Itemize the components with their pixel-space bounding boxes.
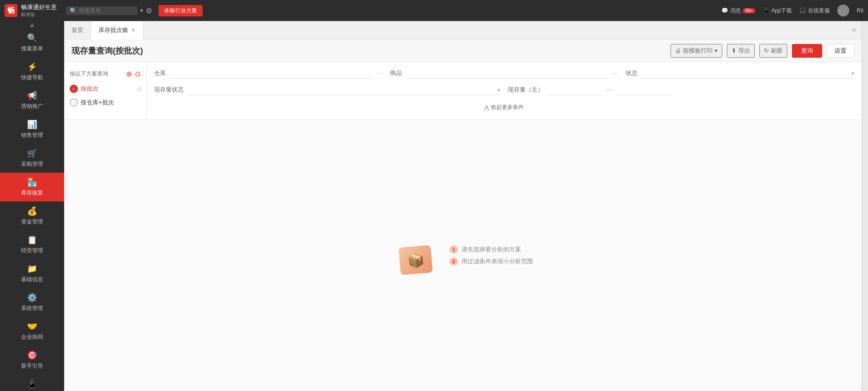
- stock-status-label: 现存量状态: [154, 86, 184, 94]
- sidebar-label-purchase: 采购管理: [21, 160, 43, 168]
- export-button[interactable]: ⬆ 导出: [727, 44, 755, 58]
- sidebar-item-quicknav[interactable]: ⚡ 快捷导航: [0, 57, 64, 86]
- page-content: 现存量查询(按批次) 🖨 按模板打印 ▾ ⬆ 导出 ↻ 刷新: [64, 39, 862, 391]
- sidebar-label-search: 搜索菜单: [21, 45, 43, 53]
- sidebar-item-apps[interactable]: 📱 应用中心: [0, 375, 64, 391]
- export-icon: ⬆: [731, 47, 736, 54]
- empty-hint-1: 1 请先选择要分析的方案: [450, 245, 533, 254]
- sidebar-item-basics[interactable]: 📁 基础信息: [0, 259, 64, 288]
- goods-input[interactable]: [406, 68, 609, 79]
- sidebar-label-inventory: 库存核算: [21, 189, 43, 197]
- query-button[interactable]: 查询: [792, 44, 822, 58]
- warehouse-input[interactable]: [170, 68, 373, 79]
- top-header: 畅 畅康通好生意 标准版 🔍 ▾ ⚙ 体验行业方案 💬 消息 99+ 📱 App…: [0, 0, 868, 21]
- filter-scheme-sidebar: 按以下方案查询 ⊕ ⊙ ✓ 按批次 ◁ ○ 按仓库+批次: [64, 62, 147, 119]
- apps-icon: 📱: [27, 379, 37, 389]
- sidebar-scroll-up[interactable]: ▲: [0, 21, 64, 28]
- add-scheme-icon[interactable]: ⊕: [126, 70, 132, 78]
- search-input[interactable]: [79, 7, 134, 14]
- scheme-cangku-label: 按仓库+批次: [81, 98, 114, 107]
- sidebar-label-finance: 资金管理: [21, 218, 43, 226]
- print-dropdown-icon: ▾: [714, 47, 718, 54]
- status-select[interactable]: [641, 68, 851, 78]
- gear-icon-button[interactable]: ⚙: [146, 6, 152, 15]
- warehouse-field: 仓库 ···: [154, 68, 383, 79]
- tab-home[interactable]: 首页: [64, 21, 91, 39]
- status-select-wrap: ▾: [641, 68, 854, 79]
- stock-status-field: 现存量状态 ▾: [154, 84, 500, 95]
- brand-info: 畅康通好生意 标准版: [21, 3, 57, 18]
- settings-button[interactable]: 设置: [827, 44, 854, 58]
- user-avatar[interactable]: [837, 5, 849, 16]
- sidebar-item-operations[interactable]: 📋 经营管理: [0, 230, 64, 259]
- sidebar-label-enterprise: 企业协同: [21, 333, 43, 341]
- stock-qty-from-input[interactable]: [547, 84, 602, 95]
- print-button[interactable]: 🖨 按模板打印 ▾: [670, 44, 722, 58]
- messages-action[interactable]: 💬 消息 99+: [721, 7, 755, 15]
- refresh-button[interactable]: ↻ 刷新: [759, 44, 787, 58]
- app-download-action[interactable]: 📱 App下载: [763, 7, 792, 15]
- sidebar-label-system: 系统管理: [21, 304, 43, 312]
- search-icon: 🔍: [70, 7, 77, 14]
- filter-row-1: 仓库 ··· 商品 ··· 状态: [154, 68, 854, 79]
- empty-hint-2: 2 用过滤条件来缩小分析范围: [450, 257, 533, 266]
- status-label: 状态: [626, 69, 637, 77]
- scheme-item-pici[interactable]: ✓ 按批次 ◁: [64, 82, 146, 96]
- scheme-collapse-arrow[interactable]: ◁: [137, 86, 141, 92]
- filter-sidebar-title: 按以下方案查询: [70, 70, 108, 78]
- page-title: 现存量查询(按批次): [71, 45, 143, 56]
- sidebar-item-finance[interactable]: 💰 资金管理: [0, 201, 64, 230]
- brand-area: 畅 畅康通好生意 标准版: [5, 3, 57, 18]
- stock-qty-to-input[interactable]: [617, 84, 672, 95]
- stock-status-select-wrap: ▾: [187, 84, 500, 95]
- search-bar-area: 🔍 ▾ ⚙ 体验行业方案: [66, 5, 203, 16]
- search-dropdown-button[interactable]: ▾: [140, 7, 143, 14]
- system-icon: ⚙️: [27, 293, 37, 303]
- sidebar-label-sales: 销售管理: [21, 131, 43, 139]
- warehouse-more-icon[interactable]: ···: [376, 69, 382, 77]
- purchase-icon: 🛒: [27, 148, 37, 158]
- service-icon: 🎧: [799, 7, 806, 14]
- refresh-label: 刷新: [771, 47, 783, 55]
- stock-status-select[interactable]: [187, 84, 497, 95]
- sidebar-item-system[interactable]: ⚙️ 系统管理: [0, 288, 64, 317]
- sidebar-item-enterprise[interactable]: 🤝 企业协同: [0, 317, 64, 346]
- sidebar-item-inventory[interactable]: 🏪 库存核算: [0, 173, 64, 201]
- empty-box-icon: [399, 245, 433, 275]
- sidebar-item-sales[interactable]: 📊 销售管理: [0, 115, 64, 144]
- goods-label: 商品: [390, 69, 402, 77]
- goods-more-icon[interactable]: ···: [612, 69, 618, 77]
- filter-row-2: 现存量状态 ▾ 现存量（主） —: [154, 84, 854, 95]
- sidebar: ▲ 🔍 搜索菜单 ⚡ 快捷导航 📢 营销推广 📊 销售管理 🛒 采购管理 🏪 库…: [0, 21, 64, 391]
- online-service-action[interactable]: 🎧 在线客服: [799, 7, 830, 15]
- tab-home-label: 首页: [71, 26, 83, 34]
- sidebar-label-basics: 基础信息: [21, 276, 43, 283]
- scheme-cangku-icon: ○: [70, 98, 78, 107]
- sidebar-item-search[interactable]: 🔍 搜索菜单: [0, 28, 64, 57]
- main-layout: ▲ 🔍 搜索菜单 ⚡ 快捷导航 📢 营销推广 📊 销售管理 🛒 采购管理 🏪 库…: [0, 21, 868, 391]
- tab-batch[interactable]: 库存批次账 ✕: [91, 21, 143, 39]
- brand-sub: 标准版: [21, 11, 57, 18]
- experience-button[interactable]: 体验行业方案: [159, 5, 203, 16]
- basics-icon: 📁: [27, 264, 37, 274]
- messages-label: 消息: [730, 7, 741, 15]
- sidebar-item-newbie[interactable]: 🎯 新手引导: [0, 346, 64, 375]
- stock-qty-field: 现存量（主） —: [508, 84, 854, 95]
- inventory-icon: 🏪: [27, 177, 37, 187]
- content-area: 首页 库存批次账 ✕ × 现存量查询(按批次) 🖨 按模板打印 ▾: [64, 21, 862, 391]
- sidebar-item-purchase[interactable]: 🛒 采购管理: [0, 144, 64, 173]
- scheme-item-cangku-pici[interactable]: ○ 按仓库+批次: [64, 96, 146, 109]
- marketing-icon: 📢: [27, 91, 37, 101]
- manage-scheme-icon[interactable]: ⊙: [135, 70, 141, 78]
- collapse-more-button[interactable]: ⋀ 收起更多条件: [154, 101, 854, 114]
- enterprise-icon: 🤝: [27, 321, 37, 331]
- sidebar-item-marketing[interactable]: 📢 营销推广: [0, 86, 64, 115]
- tab-close-panel[interactable]: ×: [852, 26, 862, 34]
- message-icon: 💬: [721, 7, 728, 14]
- page-header: 现存量查询(按批次) 🖨 按模板打印 ▾ ⬆ 导出 ↻ 刷新: [64, 39, 862, 62]
- operations-icon: 📋: [27, 235, 37, 245]
- newbie-icon: 🎯: [27, 350, 37, 360]
- stock-status-arrow: ▾: [497, 86, 500, 93]
- filter-panel: 按以下方案查询 ⊕ ⊙ ✓ 按批次 ◁ ○ 按仓库+批次: [64, 62, 862, 120]
- tab-batch-close[interactable]: ✕: [131, 27, 136, 33]
